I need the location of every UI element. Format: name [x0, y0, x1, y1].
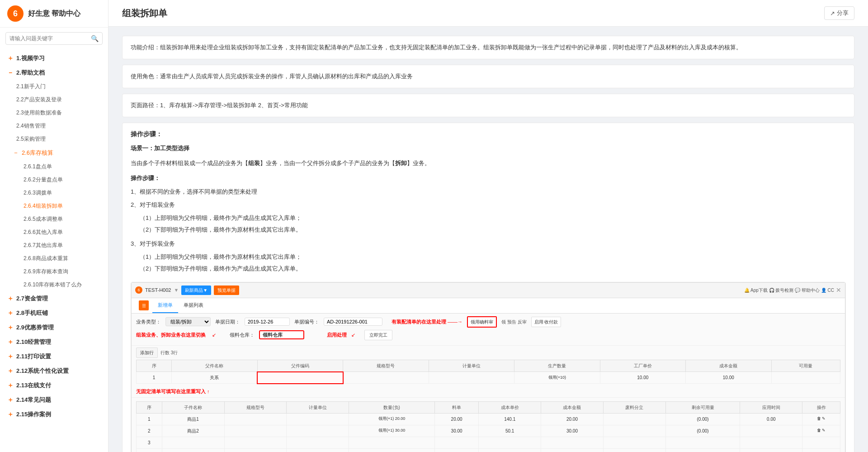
intro-text: 功能介绍：组装拆卸单用来处理企业组装或拆卸等加工业务，支持有固定装配清单的产品加…: [131, 43, 846, 52]
mock-form-row-2: 组装业务、拆卸业务在这里切换 ↙ 领料仓库： 启用处理 ↙ 立即完工: [136, 330, 840, 340]
sidebar-item-2.6.10[interactable]: 2.6.10库存账本错了么办: [0, 278, 108, 291]
mock-other-btn[interactable]: 启用 收付款: [531, 317, 561, 327]
minus-icon-2.6: －: [13, 149, 19, 157]
mock-lower-row: 4: [137, 448, 840, 452]
mock-form-row-1: 业务类型： 组装/拆卸 单据日期： 单据编号：: [136, 316, 840, 328]
path-text: 页面路径：1、库存核算->库存管理->组装拆卸单 2、首页->常用功能: [131, 100, 846, 110]
mock-form-area: 业务类型： 组装/拆卸 单据日期： 单据编号：: [132, 314, 845, 345]
mock-confirm-btn[interactable]: 领用确料审: [467, 316, 497, 328]
screenshot-container: 6 TEST-H002 ▼ 刷新商品▼ 预览单据 🔔 App下载 🎧 拨号检测 …: [131, 282, 846, 452]
mock-date-input[interactable]: [245, 318, 290, 326]
sidebar-item-2.13[interactable]: ＋ 2.13在线支付: [0, 378, 108, 393]
mock-ann4-label: 无固定清单可填写在这里重写入: [136, 389, 206, 394]
logo-icon: 6: [7, 5, 24, 22]
mock-lower-table: 序 子件名称 规格型号 计量单位 数量(负) 料单 成本单价 成本金额: [136, 401, 840, 452]
mock-app-wrapper: 6 TEST-H002 ▼ 刷新商品▼ 预览单据 🔔 App下载 🎧 拨号检测 …: [131, 282, 845, 452]
step2: 2、对于组装业务: [131, 200, 846, 211]
ann2-arrow: ↙: [212, 330, 216, 340]
mock-order-input[interactable]: [324, 318, 382, 326]
sidebar-item-2.6.9[interactable]: 2.6.9库存账本查询: [0, 265, 108, 278]
step2-1: （1）上部明细为父件明细，最终作为产成品生成其它入库单；: [131, 213, 846, 224]
search-input[interactable]: [9, 35, 91, 42]
share-icon: ↗: [830, 10, 835, 17]
step2-2: （2）下部明细为子件明细，最终作为原材料生成其它出库单。: [131, 224, 846, 236]
mock-close-icon[interactable]: ✕: [836, 284, 841, 296]
mock-ann3-label: 启用处理: [327, 330, 347, 340]
mock-app: 6 TEST-H002 ▼ 刷新商品▼ 预览单据 🔔 App下载 🎧 拨号检测 …: [131, 282, 845, 452]
app-title: 好生意 帮助中心: [28, 9, 80, 19]
mock-process-type-select[interactable]: 组装/拆卸: [165, 317, 211, 326]
search-box[interactable]: 🔍: [5, 32, 103, 45]
role-block: 使用角色：通常由生产人员或库管人员完成拆装业务的操作，库管人员确认原材料的出库和…: [122, 65, 854, 88]
search-icon[interactable]: 🔍: [91, 35, 99, 42]
sidebar-item-2.6.3[interactable]: 2.6.3调拨单: [0, 186, 108, 200]
step3-2: （2）下部明细为子件明细，最终作为产成品生成其它入库单。: [131, 263, 846, 275]
mock-lower-row: 3: [137, 437, 840, 448]
mock-upper-row: 1 关系 领用(+10) 10.00 10.00: [137, 372, 840, 384]
minus-icon: －: [7, 69, 14, 77]
sidebar-item-2.6.8[interactable]: 2.6.8商品成本重算: [0, 252, 108, 265]
mock-ann1-label: 有装配清单的在这里处理: [392, 319, 446, 324]
sidebar-item-2.6.4[interactable]: 2.6.4组装拆卸单: [0, 200, 108, 213]
mock-logo: 6: [135, 286, 142, 294]
mock-nav-icon[interactable]: ☰: [139, 300, 149, 310]
step3: 3、对于拆装业务: [131, 238, 846, 250]
sidebar-item-2.10[interactable]: ＋ 2.10经营管理: [0, 335, 108, 349]
mock-order-btn: 预览单据: [214, 285, 239, 295]
main-header: 组装拆卸单 ↗ 分享: [108, 0, 868, 27]
sidebar-item-2.3[interactable]: 2.3使用前数据准备: [0, 106, 108, 119]
intro-block: 功能介绍：组装拆卸单用来处理企业组装或拆卸等加工业务，支持有固定装配清单的产品加…: [122, 36, 854, 59]
nav-tree: ＋ 1.视频学习 － 2.帮助文档 2.1新手入门 2.2产品安装及登录 2.3…: [0, 49, 108, 452]
sidebar-item-2.6[interactable]: － 2.6库存核算: [0, 146, 108, 160]
ann1-arrow: ——→: [448, 319, 462, 324]
role-text: 使用角色：通常由生产人员或库管人员完成拆装业务的操作，库管人员确认原材料的出库和…: [131, 71, 846, 81]
sidebar-item-2.2[interactable]: 2.2产品安装及登录: [0, 93, 108, 106]
scene-desc: 当由多个子件材料组装成一个成品的业务为【组装】业务，当由一个父件拆分成多个子产品…: [131, 158, 846, 169]
mock-upper-table-container: 添加行 行数 3行 序 父件名称 父件编码: [132, 345, 845, 386]
path-block: 页面路径：1、库存核算->库存管理->组装拆卸单 2、首页->常用功能: [122, 94, 854, 117]
sidebar-item-2.12[interactable]: ＋ 2.12系统个性化设置: [0, 364, 108, 378]
scene-title: 场景一：加工类型选择: [131, 143, 846, 154]
sidebar-item-2.1[interactable]: 2.1新手入门: [0, 80, 108, 93]
sidebar-item-2.6.7[interactable]: 2.6.7其他出库单: [0, 239, 108, 252]
mock-complete-btn[interactable]: 立即完工: [364, 330, 392, 340]
sidebar-item-videos[interactable]: ＋ 1.视频学习: [0, 51, 108, 66]
sidebar-item-2.11[interactable]: ＋ 2.11打印设置: [0, 349, 108, 364]
sidebar-item-2.6.6[interactable]: 2.6.6其他入库单: [0, 226, 108, 239]
sidebar-item-docs[interactable]: － 2.帮助文档: [0, 66, 108, 80]
mock-upper-table: 序 父件名称 父件编码 规格型号 计量单位 生产数量 工厂单价 成本金额: [136, 360, 840, 384]
sidebar-item-2.8[interactable]: ＋ 2.8手机旺铺: [0, 306, 108, 320]
mock-titlebar: 6 TEST-H002 ▼ 刷新商品▼ 预览单据 🔔 App下载 🎧 拨号检测 …: [132, 283, 845, 298]
sidebar-item-2.5[interactable]: 2.5采购管理: [0, 133, 108, 146]
share-button[interactable]: ↗ 分享: [824, 6, 854, 20]
sidebar-item-2.15[interactable]: ＋ 2.15操作案例: [0, 407, 108, 422]
mock-lower-row: 2 商品2 领用(+1) 30.00 30.00 50.1 30.00: [137, 425, 840, 437]
step3-1: （1）上部明细为父件明细，最终作为原材料生成其它出库单；: [131, 252, 846, 263]
sidebar-item-2.9[interactable]: ＋ 2.9优惠券管理: [0, 320, 108, 335]
mock-tabs: ☰ 新增单 单据列表: [132, 298, 845, 314]
sidebar: 6 好生意 帮助中心 🔍 ＋ 1.视频学习 － 2.帮助文档 2.1新手入门 2…: [0, 0, 108, 452]
steps-section: 操作步骤： 场景一：加工类型选择 当由多个子件材料组装成一个成品的业务为【组装】…: [122, 123, 854, 452]
sidebar-item-2.6.1[interactable]: 2.6.1盘点单: [0, 160, 108, 173]
sidebar-item-2.6.2[interactable]: 2.6.2分量盘点单: [0, 173, 108, 186]
sidebar-item-2.4[interactable]: 2.4销售管理: [0, 119, 108, 133]
mock-ann2-label: 组装业务、拆卸业务在这里切换: [136, 330, 206, 340]
mock-warehouse-input[interactable]: [259, 330, 304, 339]
step-content: 场景一：加工类型选择 当由多个子件材料组装成一个成品的业务为【组装】业务，当由一…: [131, 143, 846, 452]
mock-lower-row: 1 商品1 领用(+1) 20.00 20.00 140.1 20.00: [137, 413, 840, 425]
mock-lower-table-container: 序 子件名称 规格型号 计量单位 数量(负) 料单 成本单价 成本金额: [132, 397, 845, 452]
step1: 1、根据不同的业务，选择不同单据的类型来处理: [131, 186, 846, 198]
mock-tab-new[interactable]: 新增单: [152, 298, 178, 313]
sidebar-item-2.6.5[interactable]: 2.6.5成本调整单: [0, 213, 108, 226]
content-body: 功能介绍：组装拆卸单用来处理企业组装或拆卸等加工业务，支持有固定装配清单的产品加…: [108, 27, 868, 452]
mock-refresh-btn: 刷新商品▼: [181, 285, 211, 295]
sidebar-item-2.7[interactable]: ＋ 2.7资金管理: [0, 291, 108, 306]
ops-title: 操作步骤：: [131, 130, 846, 138]
mock-tab-list[interactable]: 单据列表: [178, 298, 209, 313]
sidebar-header: 6 好生意 帮助中心: [0, 0, 108, 28]
ops-steps-title2: 操作步骤：: [131, 173, 846, 184]
main-content: 组装拆卸单 ↗ 分享 功能介绍：组装拆卸单用来处理企业组装或拆卸等加工业务，支持…: [108, 0, 868, 452]
sidebar-item-2.14[interactable]: ＋ 2.14常见问题: [0, 393, 108, 407]
mock-add-row-btn[interactable]: 添加行: [136, 347, 158, 358]
plus-icon: ＋: [7, 54, 14, 62]
